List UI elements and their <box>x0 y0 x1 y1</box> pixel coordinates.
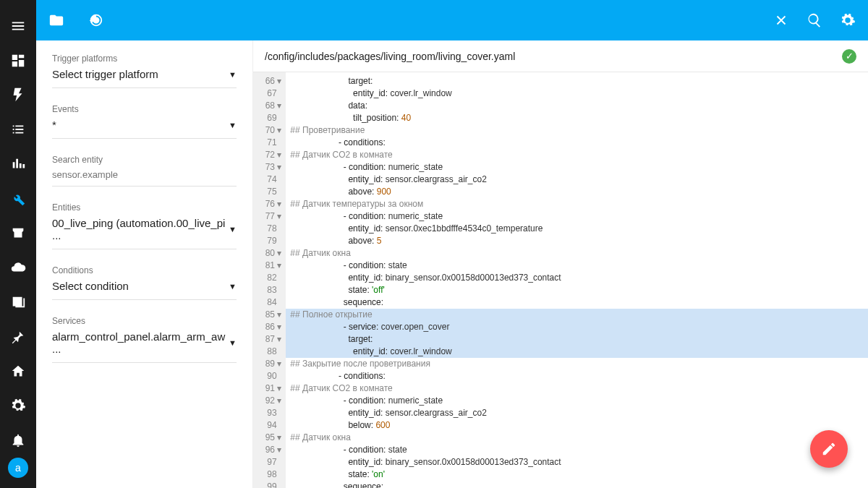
line-number: 85 ▾ <box>260 309 281 321</box>
code-line[interactable]: ## Датчик окна <box>286 247 868 260</box>
code-line[interactable]: state: 'off' <box>286 284 868 296</box>
line-number: 91 ▾ <box>260 382 281 395</box>
code-line[interactable]: ## Датчик CO2 в комнате <box>286 382 868 395</box>
list-icon[interactable] <box>9 121 27 138</box>
entities-select[interactable]: 00_live_ping (automation.00_live_pi ...▼ <box>52 213 237 244</box>
line-number: 67 <box>260 87 281 100</box>
code-line[interactable]: sequence: <box>286 481 868 488</box>
services-select[interactable]: alarm_control_panel.alarm_arm_aw ...▼ <box>52 326 237 358</box>
code-line[interactable]: entity_id: sensor.cleargrass_air_co2 <box>286 407 868 419</box>
line-number: 71 <box>260 137 281 149</box>
topbar <box>36 0 868 40</box>
folder-icon[interactable] <box>48 12 65 29</box>
code-line[interactable]: ## Датчик окна <box>286 432 868 444</box>
cloud-icon[interactable] <box>9 259 27 276</box>
code-line[interactable]: entity_id: cover.lr_window <box>286 346 868 358</box>
line-number: 73 ▾ <box>260 161 281 174</box>
code-line[interactable]: entity_id: binary_sensor.0x00158d00013ed… <box>286 456 868 468</box>
code-line[interactable]: target: <box>286 75 868 87</box>
wrench-icon[interactable] <box>9 190 27 207</box>
close-icon[interactable] <box>773 12 790 29</box>
code-line[interactable]: - condition: state <box>286 444 868 456</box>
store-icon[interactable] <box>9 225 27 242</box>
avatar[interactable]: a <box>8 458 28 478</box>
search-icon[interactable] <box>806 12 823 29</box>
file-path-bar: /config/includes/packages/living_room/li… <box>253 40 868 72</box>
content: Trigger platforms Select trigger platfor… <box>36 40 868 488</box>
line-number: 74 <box>260 174 281 186</box>
line-number: 99 <box>260 481 281 488</box>
line-number: 92 ▾ <box>260 395 281 407</box>
line-number: 68 ▾ <box>260 100 281 112</box>
code-line[interactable]: ## Датчик CO2 в комнате <box>286 149 868 161</box>
line-number: 94 <box>260 419 281 432</box>
chart-icon[interactable] <box>9 155 27 173</box>
code-line[interactable]: entity_id: sensor.0xec1bbdfffe4534c0_tem… <box>286 223 868 235</box>
line-number: 89 ▾ <box>260 358 281 370</box>
trigger-label: Trigger platforms <box>52 53 237 64</box>
chevron-down-icon: ▼ <box>229 70 237 79</box>
code-line[interactable]: - condition: numeric_state <box>286 395 868 407</box>
menu-icon[interactable] <box>9 17 27 35</box>
services-label: Services <box>52 316 237 326</box>
code-line[interactable]: entity_id: cover.lr_window <box>286 87 868 100</box>
code-area[interactable]: 66 ▾67 68 ▾69 70 ▾71 72 ▾73 ▾74 75 76 ▾7… <box>253 72 868 488</box>
code-line[interactable]: ## Закрытие после проветривания <box>286 358 868 370</box>
code-line[interactable]: ## Полное открытие <box>286 309 868 321</box>
line-gutter: 66 ▾67 68 ▾69 70 ▾71 72 ▾73 ▾74 75 76 ▾7… <box>253 72 286 488</box>
dashboard-icon[interactable] <box>9 52 27 69</box>
code-line[interactable]: - condition: numeric_state <box>286 161 868 174</box>
edit-fab[interactable] <box>810 430 848 468</box>
line-number: 82 <box>260 272 281 284</box>
gear-icon[interactable] <box>9 398 27 415</box>
code-line[interactable]: ## Проветривание <box>286 124 868 137</box>
line-number: 66 ▾ <box>260 75 281 87</box>
code-line[interactable]: above: 5 <box>286 235 868 247</box>
code-line[interactable]: below: 600 <box>286 419 868 432</box>
bell-icon[interactable] <box>9 432 27 449</box>
bolt-icon[interactable] <box>9 87 27 104</box>
file-path: /config/includes/packages/living_room/li… <box>265 51 515 62</box>
line-number: 96 ▾ <box>260 444 281 456</box>
media-icon[interactable] <box>9 294 27 311</box>
conditions-select[interactable]: Select condition▼ <box>52 275 237 295</box>
code-line[interactable]: target: <box>286 333 868 346</box>
code-line[interactable]: entity_id: binary_sensor.0x00158d00013ed… <box>286 272 868 284</box>
home-icon[interactable] <box>9 363 27 380</box>
line-number: 72 ▾ <box>260 149 281 161</box>
code-line[interactable]: - conditions: <box>286 137 868 149</box>
settings-icon[interactable] <box>839 12 856 29</box>
line-number: 86 ▾ <box>260 321 281 333</box>
line-number: 84 <box>260 296 281 309</box>
history-icon[interactable] <box>87 12 104 29</box>
line-number: 95 ▾ <box>260 432 281 444</box>
line-number: 81 ▾ <box>260 260 281 272</box>
search-entity-input[interactable] <box>52 165 237 181</box>
events-label: Events <box>52 104 237 114</box>
pin-icon[interactable] <box>9 328 27 346</box>
code-line[interactable]: - condition: numeric_state <box>286 210 868 223</box>
code-line[interactable]: above: 900 <box>286 186 868 198</box>
chevron-down-icon: ▼ <box>229 338 237 347</box>
entities-label: Entities <box>52 202 237 213</box>
search-entity-label: Search entity <box>52 155 237 165</box>
code-source[interactable]: target: entity_id: cover.lr_window data:… <box>286 72 868 488</box>
line-number: 87 ▾ <box>260 333 281 346</box>
nav-rail: a <box>0 0 36 488</box>
line-number: 70 ▾ <box>260 124 281 137</box>
options-sidebar: Trigger platforms Select trigger platfor… <box>36 40 253 488</box>
events-select[interactable]: *▼ <box>52 114 237 134</box>
code-line[interactable]: state: 'on' <box>286 468 868 481</box>
code-line[interactable]: - condition: state <box>286 260 868 272</box>
code-line[interactable]: data: <box>286 100 868 112</box>
line-number: 78 <box>260 223 281 235</box>
line-number: 97 <box>260 456 281 468</box>
line-number: 98 <box>260 468 281 481</box>
code-line[interactable]: sequence: <box>286 296 868 309</box>
code-line[interactable]: tilt_position: 40 <box>286 112 868 124</box>
code-line[interactable]: entity_id: sensor.cleargrass_air_co2 <box>286 174 868 186</box>
code-line[interactable]: ## Датчик температуры за окном <box>286 198 868 210</box>
code-line[interactable]: - conditions: <box>286 370 868 382</box>
code-line[interactable]: - service: cover.open_cover <box>286 321 868 333</box>
trigger-select[interactable]: Select trigger platform▼ <box>52 64 237 83</box>
